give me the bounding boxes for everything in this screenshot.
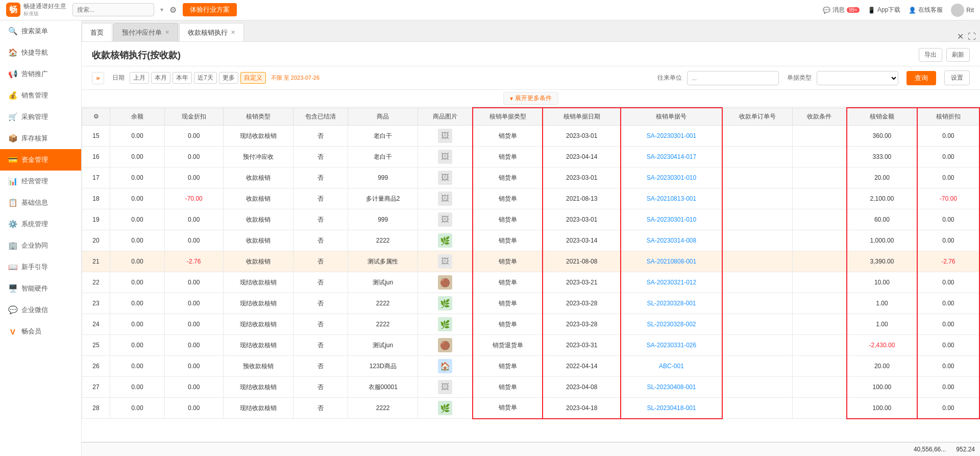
sidebar-item-purchase[interactable]: 🛒 采购管理	[0, 106, 81, 128]
date-7days-btn[interactable]: 近7天	[194, 72, 217, 84]
sidebar-item-system[interactable]: ⚙️ 系统管理	[0, 213, 81, 235]
online-service-item[interactable]: 👤 在线客服	[909, 6, 943, 14]
cell-balance: 0.00	[110, 272, 165, 293]
tab-prepay[interactable]: 预付冲应付单 ✕	[113, 23, 178, 41]
message-item[interactable]: 💬 消息 99+	[823, 6, 860, 14]
cell-cancel-discount: 0.00	[917, 356, 979, 377]
cell-cancel-doc-date: 2023-03-28	[543, 314, 621, 335]
cell-cash-discount: 0.00	[164, 293, 223, 314]
table-row: 16 0.00 0.00 预付冲应收 否 老白干 🖼 销货单 2023-04-1…	[82, 147, 980, 167]
table-row: 27 0.00 0.00 现结收款核销 否 衣服00001 🖼 销货单 2023…	[82, 377, 980, 398]
cancel-doc-no-link[interactable]: SL-20230408-001	[647, 383, 696, 391]
cell-cancel-discount: -70.00	[917, 188, 979, 209]
sidebar-item-sales[interactable]: 💰 销售管理	[0, 85, 81, 106]
gear-settings-icon[interactable]: ⚙	[169, 5, 177, 15]
sidebar-item-wechat[interactable]: 💬 企业微信	[0, 299, 81, 321]
table-row: 26 0.00 0.00 预收款核销 否 123D商品 🏠 销货单 2022-0…	[82, 356, 980, 377]
sidebar-item-member[interactable]: V 畅会员	[0, 321, 81, 342]
top-bar: 畅 畅捷通谱好生意 标准版 ▾ ⚙ 体验行业方案 💬 消息 99+ 📱 App下…	[0, 0, 980, 20]
table-row: 22 0.00 0.00 现结收款核销 否 测试jun 🟤 销货单 2023-0…	[82, 272, 980, 293]
cell-goods-img: 🌿	[418, 314, 473, 335]
date-this-year-btn[interactable]: 本年	[173, 72, 192, 84]
cell-cancel-amount: 20.00	[847, 167, 917, 188]
sidebar-item-inventory[interactable]: 📦 库存核算	[0, 128, 81, 149]
cell-cancel-amount: 60.00	[847, 209, 917, 230]
cancel-doc-no-link[interactable]: SA-20230331-026	[647, 342, 696, 349]
date-custom-btn[interactable]: 自定义	[240, 72, 266, 84]
table-row: 19 0.00 0.00 收款核销 否 999 🖼 销货单 2023-03-01…	[82, 209, 980, 230]
cell-goods-img: 🖼	[418, 167, 473, 188]
cancel-doc-no-link[interactable]: SA-20210813-001	[647, 195, 696, 202]
cancel-doc-no-link[interactable]: SL-20230328-001	[647, 300, 696, 307]
cancel-doc-no-link[interactable]: ABC-001	[659, 363, 684, 370]
cell-cancel-doc-date: 2023-03-21	[543, 272, 621, 293]
user-name: Rit	[966, 7, 974, 14]
cell-receipt-order-no	[722, 251, 793, 272]
corp-icon: 🏢	[8, 241, 17, 250]
sidebar-label-wechat: 企业微信	[21, 305, 48, 315]
tab-receipt[interactable]: 收款核销执行 ✕	[179, 23, 244, 41]
cell-balance: 0.00	[110, 377, 165, 398]
cell-goods: 2222	[348, 230, 418, 251]
doctype-select[interactable]	[817, 71, 898, 85]
cancel-doc-no-link[interactable]: SL-20230328-002	[647, 321, 696, 328]
cancel-doc-no-link[interactable]: SA-20230314-008	[647, 237, 696, 244]
filter-expand-btn[interactable]: »	[92, 72, 104, 84]
sidebar-item-guide[interactable]: 📖 新手引导	[0, 256, 81, 278]
tab-close-window-icon[interactable]: ✕	[957, 32, 964, 41]
sidebar-item-search[interactable]: 🔍 搜索菜单	[0, 20, 81, 42]
user-item[interactable]: Rit	[951, 4, 974, 17]
cancel-doc-no-link[interactable]: SA-20230301-010	[647, 174, 696, 181]
app-icon: 📱	[868, 7, 875, 14]
industry-btn[interactable]: 体验行业方案	[183, 3, 237, 16]
date-more-btn[interactable]: 更多	[219, 72, 238, 84]
cell-cancel-amount: 2,100.00	[847, 188, 917, 209]
cell-cancel-doc-no: SA-20210808-001	[621, 251, 722, 272]
search-input-top[interactable]	[72, 3, 154, 16]
cancel-doc-no-link[interactable]: SA-20230301-001	[647, 132, 696, 139]
cell-balance: 0.00	[110, 314, 165, 335]
app-download-item[interactable]: 📱 App下载	[868, 6, 900, 14]
cell-goods-img: 🟤	[418, 335, 473, 356]
cell-cancel-amount: 10.00	[847, 272, 917, 293]
sidebar-item-operation[interactable]: 📊 经营管理	[0, 171, 81, 192]
refresh-btn[interactable]: 刷新	[946, 48, 970, 62]
dropdown-arrow-icon[interactable]: ▾	[160, 6, 163, 13]
counterparty-input[interactable]	[687, 71, 779, 85]
message-label: 消息	[832, 6, 845, 14]
sidebar-label-marketing: 营销推广	[21, 69, 48, 79]
sidebar-item-finance[interactable]: 💳 资金管理	[0, 149, 81, 171]
cancel-doc-no-link[interactable]: SA-20210808-001	[647, 258, 696, 265]
cell-receipt-order-no	[722, 272, 793, 293]
tab-receipt-close-icon[interactable]: ✕	[231, 29, 235, 36]
table-row: 24 0.00 0.00 现结收款核销 否 2222 🌿 销货单 2023-03…	[82, 314, 980, 335]
tab-fullscreen-icon[interactable]: ⛶	[968, 32, 976, 41]
cell-cancel-doc-no: ABC-001	[621, 356, 722, 377]
sidebar-item-corp[interactable]: 🏢 企业协同	[0, 235, 81, 256]
sidebar-label-search: 搜索菜单	[21, 27, 48, 36]
tab-home[interactable]: 首页	[82, 23, 112, 41]
sidebar-item-hardware[interactable]: 🖥️ 智能硬件	[0, 278, 81, 299]
sidebar-item-marketing[interactable]: 📢 营销推广	[0, 63, 81, 85]
sidebar-label-operation: 经营管理	[21, 177, 48, 186]
tab-prepay-close-icon[interactable]: ✕	[165, 29, 169, 36]
expand-more-btn[interactable]: ▾ 展开更多条件	[503, 92, 558, 105]
cancel-doc-no-link[interactable]: SL-20230418-001	[647, 404, 696, 412]
date-last-month-btn[interactable]: 上月	[130, 72, 149, 84]
filter-settings-btn[interactable]: 设置	[944, 70, 970, 85]
table-container[interactable]: ⚙ 余额 现金折扣 核销类型 包含已结清 商品 商品图片 核销单据类型 核销单据…	[82, 107, 980, 442]
cancel-doc-no-link[interactable]: SA-20230414-017	[647, 153, 696, 160]
query-btn[interactable]: 查询	[906, 71, 936, 85]
operation-icon: 📊	[8, 177, 17, 186]
cancel-doc-no-link[interactable]: SA-20230321-012	[647, 279, 696, 286]
cell-receipt-order-no	[722, 230, 793, 251]
cancel-doc-no-link[interactable]: SA-20230301-010	[647, 216, 696, 223]
export-btn[interactable]: 导出	[919, 48, 942, 62]
sidebar-item-basic[interactable]: 📋 基础信息	[0, 192, 81, 213]
col-gear[interactable]: ⚙	[82, 108, 110, 126]
col-cancel-amount: 核销金额	[847, 108, 917, 126]
sidebar-item-nav[interactable]: 🏠 快捷导航	[0, 42, 81, 63]
table-row: 20 0.00 0.00 收款核销 否 2222 🌿 销货单 2023-03-1…	[82, 230, 980, 251]
date-this-month-btn[interactable]: 本月	[151, 72, 170, 84]
cell-receipt-condition	[792, 398, 847, 419]
